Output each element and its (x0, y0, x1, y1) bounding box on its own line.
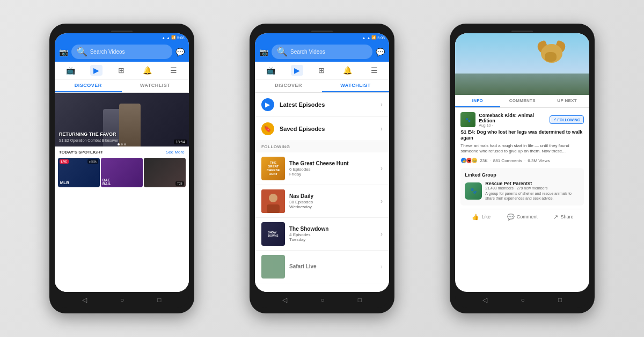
showdown-arrow: › (380, 230, 383, 238)
comment-button[interactable]: 💬 Comment (502, 211, 543, 223)
latest-episodes-item[interactable]: ▶ Latest Episodes › (255, 93, 389, 117)
square-btn-3[interactable]: □ (558, 296, 562, 304)
home-btn-3[interactable]: ○ (521, 296, 525, 304)
view-count: ● 5.5k (87, 159, 98, 164)
home-btn-1[interactable]: ○ (120, 296, 124, 304)
show-header-row: 🐾 Comeback Kids: Animal Edition Aug 10 ·… (460, 112, 584, 127)
top-bar-2: 📷 🔍 Search Videos 💬 (255, 42, 389, 62)
show-item-showdown[interactable]: SHOWDOWNS The Showdown 4 Episodes Tuesda… (255, 218, 389, 251)
spotlight-item-2[interactable]: BAEBAIL (101, 158, 143, 187)
status-bar-2: ▲▲📶 5:08 (255, 33, 389, 42)
messenger-icon-2[interactable]: 💬 (376, 48, 385, 56)
live-badge: LIVE (60, 159, 69, 164)
square-btn-1[interactable]: □ (157, 296, 161, 304)
search-icon-2: 🔍 (277, 47, 288, 57)
nav-tv-icon[interactable]: 📺 (63, 65, 78, 76)
home-btn-2[interactable]: ○ (320, 296, 324, 304)
saved-episodes-item[interactable]: 🔖 Saved Episodes › (255, 117, 389, 141)
nav-tv-icon-2[interactable]: 📺 (263, 65, 279, 76)
showdown-day: Tuesday (289, 237, 380, 242)
haha-react: 😂 (471, 157, 478, 164)
cheese-title: The Great Cheese Hunt (289, 160, 380, 166)
nas-thumb (261, 189, 285, 213)
main-scene: ▲ ▲ 📶 5:08 📷 🔍 Search Videos 💬 📺 ▶ ⊞ (0, 0, 644, 337)
safari-title: Safari Live (289, 263, 380, 269)
info-tab-comments[interactable]: COMMENTS (500, 95, 545, 107)
phone-1: ▲ ▲ 📶 5:08 📷 🔍 Search Videos 💬 📺 ▶ ⊞ (49, 24, 194, 313)
dog-illustration (530, 41, 573, 79)
search-box-2[interactable]: 🔍 Search Videos (272, 45, 372, 59)
content-2: ▶ Latest Episodes › 🔖 Saved Episodes › F… (255, 93, 389, 292)
like-button[interactable]: 👍 Like (460, 211, 502, 223)
spotlight-item-3[interactable]: 7:28 (144, 158, 186, 187)
safari-arrow: › (380, 263, 383, 270)
search-placeholder-1: Search Videos (90, 49, 125, 55)
see-more-btn[interactable]: See More (166, 150, 185, 155)
nav-play-icon-2[interactable]: ▶ (291, 65, 303, 76)
action-bar: 👍 Like 💬 Comment ↗ Share (460, 209, 584, 225)
camera-icon-2[interactable]: 📷 (259, 48, 268, 56)
info-tab-upnext[interactable]: UP NEXT (545, 95, 589, 107)
following-button[interactable]: ✓ FOLLOWING (550, 115, 584, 124)
back-btn-3[interactable]: ◁ (482, 296, 487, 304)
tab-bar-2: DISCOVER WATCHLIST (255, 79, 389, 93)
show-item-nas[interactable]: Nas Daily 38 Episodes Wednesday › (255, 185, 389, 218)
views-count: 6.3M Views (528, 158, 550, 163)
messenger-icon-1[interactable]: 💬 (175, 48, 185, 56)
show-name-row: Comeback Kids: Animal Edition Aug 10 · (479, 113, 546, 127)
time-2: 5:08 (377, 36, 385, 40)
hero-duration-1: 18:54 (174, 140, 187, 144)
video-info: 🐾 Comeback Kids: Animal Edition Aug 10 ·… (455, 108, 589, 229)
nav-grid-icon[interactable]: ⊞ (115, 65, 128, 76)
tab-watchlist-2[interactable]: WATCHLIST (322, 79, 389, 92)
search-box-1[interactable]: 🔍 Search Videos (71, 45, 172, 59)
show-date: Aug 10 · (479, 123, 546, 127)
nav-bell-icon-2[interactable]: 🔔 (340, 65, 355, 76)
latest-episodes-label: Latest Episodes (280, 101, 380, 108)
hero-title-1: RETURNING THE FAVOR (59, 132, 119, 137)
group-desc: A group for parents of shelter and rescu… (485, 191, 580, 201)
showdown-episodes: 4 Episodes (289, 232, 380, 237)
cheese-episodes: 6 Episodes (289, 167, 380, 172)
group-name: Rescue Pet Parentst (485, 181, 580, 186)
saved-episodes-icon: 🔖 (261, 122, 274, 135)
saved-episodes-arrow: › (380, 125, 383, 133)
show-avatar: 🐾 (460, 112, 475, 127)
cheese-arrow: › (380, 165, 383, 172)
comment-label: Comment (517, 214, 538, 219)
show-item-cheese[interactable]: THEGREATCHEESEHUNT The Great Cheese Hunt… (255, 152, 389, 185)
back-btn-1[interactable]: ◁ (82, 296, 87, 304)
nav-row-1: 📺 ▶ ⊞ 🔔 ☰ (55, 62, 189, 79)
latest-episodes-arrow: › (380, 101, 383, 108)
share-button[interactable]: ↗ Share (543, 211, 584, 223)
share-label: Share (560, 214, 573, 219)
nav-list-icon-2[interactable]: ☰ (368, 65, 381, 76)
latest-episodes-icon: ▶ (261, 98, 274, 111)
svg-rect-2 (267, 204, 280, 213)
content-1: RETURNING THE FAVOR S1:E2 Operation Comb… (55, 93, 189, 292)
reaction-row: 👍 ❤ 😂 23K · 881 Comments · 6.3M Views (460, 157, 584, 164)
showdown-thumb: SHOWDOWNS (261, 222, 285, 246)
camera-icon-1[interactable]: 📷 (59, 48, 68, 56)
nav-list-icon[interactable]: ☰ (167, 65, 180, 76)
nas-info: Nas Daily 38 Episodes Wednesday (289, 193, 380, 209)
tab-discover-1[interactable]: DISCOVER (55, 79, 122, 92)
nav-grid-icon-2[interactable]: ⊞ (315, 65, 328, 76)
nav-play-icon[interactable]: ▶ (90, 65, 103, 76)
group-row: 🐾 Rescue Pet Parentst 21,493 members · 2… (465, 181, 580, 201)
spotlight-item-1[interactable]: MLB LIVE ● 5.5k (58, 158, 100, 187)
like-icon: 👍 (472, 214, 479, 221)
back-btn-2[interactable]: ◁ (282, 296, 287, 304)
spotlight-header: TODAY'S SPOTLIGHT See More (55, 146, 189, 158)
info-tab-info[interactable]: INFO (455, 95, 500, 107)
share-icon: ↗ (553, 214, 558, 221)
group-members: 21,493 members · 279 new members (485, 186, 580, 190)
group-avatar: 🐾 (465, 182, 482, 200)
square-btn-2[interactable]: □ (358, 296, 362, 304)
show-item-safari[interactable]: Safari Live › (255, 251, 389, 283)
nav-bell-icon[interactable]: 🔔 (140, 65, 155, 76)
tab-discover-2[interactable]: DISCOVER (255, 79, 322, 92)
phone-2: ▲▲📶 5:08 📷 🔍 Search Videos 💬 📺 ▶ ⊞ 🔔 ☰ (250, 24, 394, 313)
tab-watchlist-1[interactable]: WATCHLIST (122, 79, 189, 92)
mlb-label: MLB (60, 180, 69, 185)
